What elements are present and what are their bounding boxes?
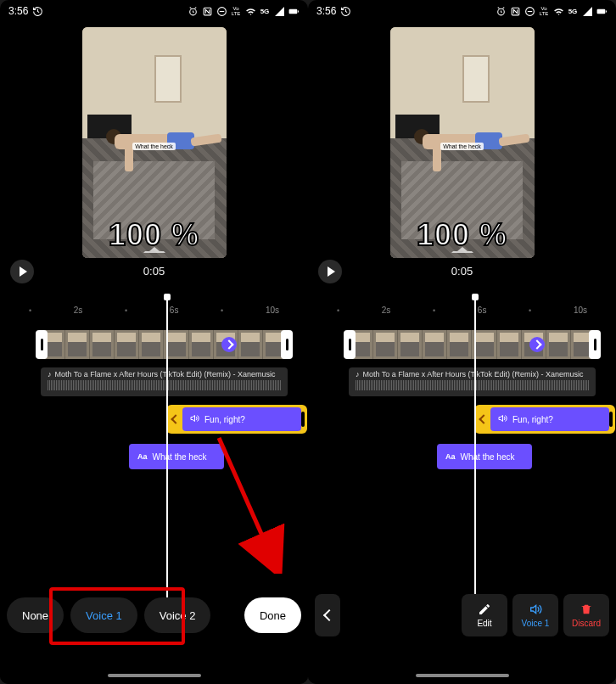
- voice-track[interactable]: Fun, right?: [10, 405, 298, 435]
- voice-handle-right[interactable]: [609, 412, 613, 427]
- text-icon: Aa: [137, 452, 148, 461]
- text-clip[interactable]: Aa What the heck: [437, 444, 532, 469]
- voice-clip-label: Fun, right?: [204, 415, 245, 424]
- video-preview: What the heck 100 % 0:05: [0, 20, 308, 294]
- voice-2-button[interactable]: Voice 2: [144, 597, 211, 633]
- speaker-icon: [497, 413, 507, 425]
- status-bar: 3:56 VoLTE 5G: [0, 0, 308, 20]
- text-icon: Aa: [445, 452, 456, 461]
- alarm-icon: [495, 5, 507, 17]
- history-icon: [31, 5, 43, 17]
- time-ruler: •2s•6s•10s: [308, 306, 616, 315]
- audio-clip[interactable]: ♪Moth To a Flame x After Hours (TikTok E…: [349, 367, 596, 396]
- audio-track[interactable]: ♪Moth To a Flame x After Hours (TikTok E…: [10, 367, 298, 396]
- volte-icon: VoLTE: [538, 5, 550, 17]
- video-track[interactable]: [10, 330, 298, 359]
- phone-right: 3:56 VoLTE 5G: [308, 0, 616, 684]
- discard-label: Discard: [572, 619, 601, 628]
- video-track[interactable]: [318, 330, 606, 359]
- timeline[interactable]: •2s•6s•10s ♪Moth To a Flame x After Hour…: [0, 294, 308, 684]
- audio-track[interactable]: ♪Moth To a Flame x After Hours (TikTok E…: [318, 367, 606, 396]
- overlay-caption: What the heck: [132, 143, 176, 150]
- video-thumbnail[interactable]: What the heck 100 %: [390, 27, 535, 258]
- text-clip[interactable]: Aa What the heck: [129, 444, 224, 469]
- music-note-icon: ♪: [356, 370, 360, 378]
- battery-icon: [596, 5, 608, 17]
- video-thumbnail[interactable]: What the heck 100 %: [82, 27, 227, 258]
- text-clip-label: What the heck: [461, 452, 515, 462]
- done-button[interactable]: Done: [244, 597, 301, 633]
- battery-icon: [288, 5, 300, 17]
- voice-options-bar: None Voice 1 Voice 2 Done: [7, 594, 301, 636]
- signal-icon: [581, 5, 593, 17]
- nfc-icon: [509, 5, 521, 17]
- alarm-icon: [187, 5, 199, 17]
- clip-actions-bar: Edit Voice 1 Discard: [315, 594, 609, 636]
- discard-button[interactable]: Discard: [563, 594, 609, 636]
- waveform-icon: [356, 380, 589, 390]
- 5g-icon: 5G: [259, 5, 271, 17]
- play-button[interactable]: [10, 260, 34, 283]
- back-button[interactable]: [315, 594, 340, 636]
- phone-left: 3:56 VoLTE 5G: [0, 0, 308, 684]
- dnd-icon: [216, 5, 227, 17]
- nfc-icon: [201, 5, 213, 17]
- audio-clip[interactable]: ♪Moth To a Flame x After Hours (TikTok E…: [41, 367, 288, 396]
- playhead[interactable]: [474, 297, 476, 616]
- dnd-icon: [524, 5, 535, 17]
- playhead[interactable]: [166, 297, 168, 616]
- voice-1-button[interactable]: Voice 1: [70, 597, 137, 633]
- percent-overlay: 100 %: [109, 217, 199, 253]
- audio-title-label: Moth To a Flame x After Hours (TikTok Ed…: [55, 370, 276, 378]
- chevron-left-icon[interactable]: [477, 407, 490, 431]
- edit-label: Edit: [477, 619, 491, 628]
- home-indicator[interactable]: [108, 674, 201, 677]
- timeline[interactable]: •2s•6s•10s ♪Moth To a Flame x After Hour…: [308, 294, 616, 684]
- video-preview: What the heck 100 % 0:05: [308, 20, 616, 294]
- audio-title-label: Moth To a Flame x After Hours (TikTok Ed…: [363, 370, 584, 378]
- wifi-icon: [244, 5, 256, 17]
- video-clip[interactable]: [349, 330, 596, 359]
- status-bar: 3:56 VoLTE 5G: [308, 0, 616, 20]
- svg-rect-3: [289, 8, 298, 13]
- speaker-icon: [529, 603, 542, 616]
- timestamp-label: 0:05: [451, 265, 473, 278]
- overlay-caption: What the heck: [440, 143, 484, 150]
- music-note-icon: ♪: [48, 370, 52, 378]
- text-track[interactable]: Aa What the heck: [318, 444, 606, 471]
- signal-icon: [273, 5, 285, 17]
- timestamp-label: 0:05: [143, 265, 165, 278]
- edit-button[interactable]: Edit: [462, 594, 507, 636]
- svg-rect-8: [597, 8, 606, 13]
- percent-overlay: 100 %: [417, 217, 507, 253]
- 5g-icon: 5G: [567, 5, 579, 17]
- status-time: 3:56: [8, 5, 28, 17]
- voice-handle-right[interactable]: [301, 412, 305, 427]
- speaker-icon: [189, 413, 199, 425]
- voice-none-button[interactable]: None: [7, 597, 64, 633]
- svg-rect-9: [606, 10, 607, 12]
- voice-clip[interactable]: Fun, right?: [166, 405, 307, 434]
- home-indicator[interactable]: [416, 674, 509, 677]
- clip-handle-right[interactable]: [281, 330, 293, 359]
- text-track[interactable]: Aa What the heck: [10, 444, 298, 471]
- transition-icon[interactable]: [221, 337, 237, 352]
- voice1-label: Voice 1: [522, 619, 550, 628]
- clip-handle-left[interactable]: [36, 330, 48, 359]
- volte-icon: VoLTE: [230, 5, 242, 17]
- clip-handle-right[interactable]: [589, 330, 601, 359]
- voice-clip[interactable]: Fun, right?: [474, 405, 615, 434]
- clip-handle-left[interactable]: [344, 330, 356, 359]
- chevron-left-icon[interactable]: [169, 407, 182, 431]
- voice-clip-label: Fun, right?: [512, 415, 553, 424]
- transition-icon[interactable]: [529, 337, 545, 352]
- status-time: 3:56: [316, 5, 336, 17]
- video-clip[interactable]: [41, 330, 288, 359]
- pencil-icon: [478, 603, 491, 616]
- play-button[interactable]: [318, 260, 342, 283]
- wifi-icon: [552, 5, 564, 17]
- voice-track[interactable]: Fun, right?: [318, 405, 606, 435]
- text-clip-label: What the heck: [153, 452, 207, 462]
- waveform-icon: [48, 380, 281, 390]
- voice-1-button[interactable]: Voice 1: [512, 594, 558, 636]
